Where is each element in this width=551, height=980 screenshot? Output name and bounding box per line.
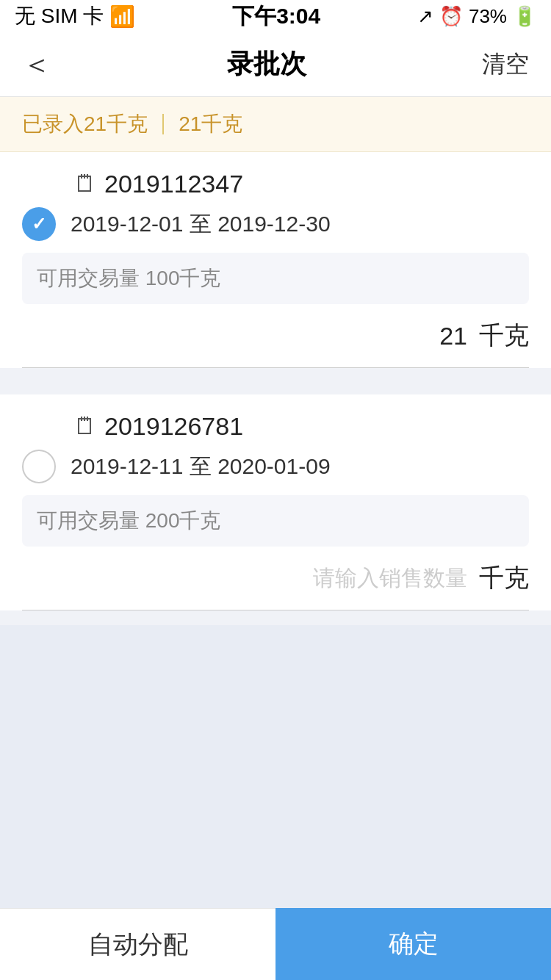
status-left: 无 SIM 卡 📶 xyxy=(15,2,135,30)
clear-button[interactable]: 清空 xyxy=(482,48,529,81)
batch-id-icon-1: 🗒 xyxy=(73,170,97,198)
batch-qty-row-1: 千克 xyxy=(0,304,551,367)
bottom-bar: 自动分配 确定 xyxy=(0,908,551,980)
battery-text: 73% xyxy=(469,5,507,28)
separator-1 xyxy=(0,383,551,394)
batch-qty-unit-2: 千克 xyxy=(479,561,529,595)
confirm-button[interactable]: 确定 xyxy=(276,908,551,980)
nav-bar: ＜ 录批次 清空 xyxy=(0,32,551,97)
auto-distribute-button[interactable]: 自动分配 xyxy=(0,908,276,980)
page-title: 录批次 xyxy=(227,46,306,82)
batch-qty-row-2: 请输入销售数量 千克 xyxy=(0,547,551,610)
batch-id-icon-2: 🗒 xyxy=(73,413,97,440)
qty-underline-1 xyxy=(22,367,529,368)
batch-card-2: 🗒 2019126781 2019-12-11 至 2020-01-09 可用交… xyxy=(0,394,551,610)
summary-entered-label: 已录入21千克 xyxy=(22,110,148,138)
batch-card-1: 🗒 2019112347 2019-12-01 至 2019-12-30 可用交… xyxy=(0,152,551,368)
summary-amount-label: 21千克 xyxy=(179,110,242,138)
wifi-icon: 📶 xyxy=(109,4,135,29)
summary-divider xyxy=(162,114,164,134)
alarm-icon: ⏰ xyxy=(439,5,463,28)
back-button[interactable]: ＜ xyxy=(22,44,51,84)
qty-underline-2 xyxy=(22,610,529,610)
batch-qty-unit-1: 千克 xyxy=(479,319,529,353)
batch-qty-placeholder-2: 请输入销售数量 xyxy=(22,563,467,594)
summary-banner: 已录入21千克 21千克 xyxy=(0,97,551,152)
location-icon: ↗ xyxy=(417,5,433,28)
batch-date-2: 2019-12-11 至 2020-01-09 xyxy=(71,452,331,482)
batch-date-1: 2019-12-01 至 2019-12-30 xyxy=(71,209,331,239)
batch-available-2: 可用交易量 200千克 xyxy=(22,495,529,547)
batch-id-2: 2019126781 xyxy=(104,412,243,441)
no-sim-text: 无 SIM 卡 xyxy=(15,2,104,30)
batch-qty-input-1[interactable] xyxy=(379,322,467,350)
batch-id-1: 2019112347 xyxy=(104,170,243,198)
radio-select-1[interactable] xyxy=(22,207,56,241)
status-right: ↗ ⏰ 73% 🔋 xyxy=(417,5,536,28)
battery-icon: 🔋 xyxy=(513,5,536,28)
bottom-empty-area xyxy=(0,625,551,941)
radio-select-2[interactable] xyxy=(22,450,56,483)
batch-available-1: 可用交易量 100千克 xyxy=(22,253,529,304)
status-bar: 无 SIM 卡 📶 下午3:04 ↗ ⏰ 73% 🔋 xyxy=(0,0,551,32)
status-time: 下午3:04 xyxy=(232,1,320,32)
